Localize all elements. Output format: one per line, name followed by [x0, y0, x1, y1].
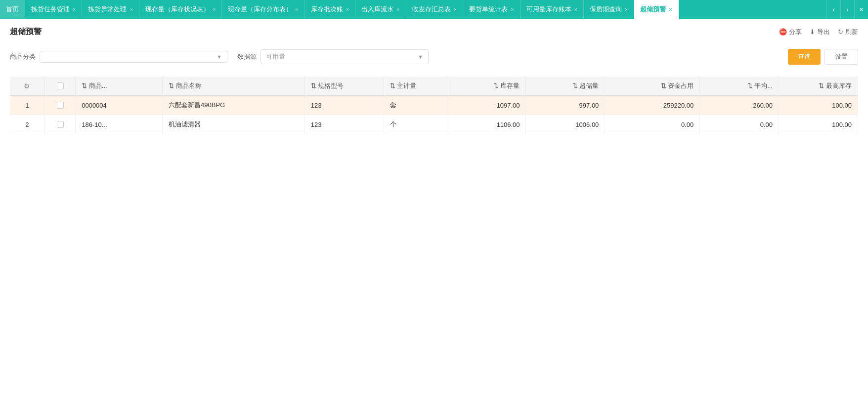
cell-checkbox	[44, 115, 75, 134]
filter-row: 商品分类 ▼ 数据源 可用量 ▼ 查询 设置	[10, 45, 858, 69]
nav-close-recv-summary[interactable]: ×	[454, 6, 457, 12]
nav-next-arrow[interactable]: ›	[840, 0, 854, 19]
nav-inout-flow[interactable]: 出入库流水 ×	[355, 0, 406, 19]
row-checkbox[interactable]	[57, 102, 64, 109]
datasource-label: 数据源	[237, 52, 257, 61]
th-code[interactable]: ⇅ 商品...	[76, 77, 163, 96]
settings-button[interactable]: 设置	[825, 49, 858, 65]
category-label: 商品分类	[10, 52, 36, 61]
row-checkbox[interactable]	[57, 121, 64, 128]
nav-avail-account[interactable]: 可用量库存账本 ×	[521, 0, 584, 19]
table-row: 1 0000004 六配套新昌490BPG 123 套 1097.00 997.…	[10, 96, 858, 115]
refresh-button[interactable]: ↻ 刷新	[838, 28, 858, 37]
cell-capital: 0.00	[605, 115, 700, 134]
nav-close-stock-status[interactable]: ×	[213, 6, 216, 12]
nav-batch-account[interactable]: 库存批次账 ×	[305, 0, 355, 19]
cell-name: 六配套新昌490BPG	[163, 96, 305, 115]
header-checkbox[interactable]	[57, 82, 64, 89]
cell-seq: 1	[10, 96, 44, 115]
cell-unit: 个	[384, 115, 447, 134]
nav-close-req-stat[interactable]: ×	[511, 6, 514, 12]
category-select-arrow: ▼	[217, 54, 222, 60]
th-maxstock[interactable]: ⇅ 最高库存	[779, 77, 858, 96]
nav-stock-status[interactable]: 现存量（库存状况表） ×	[139, 0, 222, 19]
cell-capital: 259220.00	[605, 96, 700, 115]
nav-close-stock-dist[interactable]: ×	[295, 6, 298, 12]
filter-actions: 查询 设置	[788, 49, 858, 65]
cell-maxstock: 100.00	[779, 96, 858, 115]
category-filter: 商品分类 ▼	[10, 51, 227, 63]
share-button[interactable]: ⛔ 分享	[779, 28, 802, 37]
nav-close-avail-account[interactable]: ×	[574, 6, 577, 12]
cell-checkbox	[44, 96, 75, 115]
export-icon: ⬇	[810, 28, 815, 36]
cell-maxstock: 100.00	[779, 115, 858, 134]
datasource-select[interactable]: 可用量 ▼	[260, 49, 429, 64]
share-icon: ⛔	[779, 28, 787, 36]
nav-close-pick-exception[interactable]: ×	[130, 6, 132, 12]
nav-recv-summary[interactable]: 收发存汇总表 ×	[406, 0, 463, 19]
nav-close-pick-task[interactable]: ×	[73, 6, 76, 12]
nav-shelf-life[interactable]: 保质期查询 ×	[584, 0, 634, 19]
page-title-bar: 超储预警 ⛔ 分享 ⬇ 导出 ↻ 刷新	[10, 27, 858, 37]
nav-arrows: ‹ › ×	[826, 0, 868, 19]
datasource-filter: 数据源 可用量 ▼	[237, 49, 429, 64]
nav-overstock-warning[interactable]: 超储预警 ×	[634, 0, 678, 19]
th-capital[interactable]: ⇅ 资金占用	[605, 77, 700, 96]
export-button[interactable]: ⬇ 导出	[810, 28, 830, 37]
th-over[interactable]: ⇅ 超储量	[526, 77, 605, 96]
cell-code: 0000004	[76, 96, 163, 115]
th-name[interactable]: ⇅ 商品名称	[163, 77, 305, 96]
cell-spec: 123	[304, 115, 384, 134]
nav-stock-dist[interactable]: 现存量（库存分布表） ×	[222, 0, 304, 19]
table-row: 2 186-10... 机油滤清器 123 个 1106.00 1006.00 …	[10, 115, 858, 134]
datasource-select-arrow: ▼	[418, 54, 423, 60]
top-nav: 首页 拣货任务管理 × 拣货异常处理 × 现存量（库存状况表） × 现存量（库存…	[0, 0, 868, 19]
th-unit[interactable]: ⇅ 主计量	[384, 77, 447, 96]
cell-stock: 1106.00	[447, 115, 526, 134]
column-settings-icon[interactable]: ⚙	[24, 82, 30, 90]
th-settings: ⚙	[10, 77, 44, 96]
query-button[interactable]: 查询	[788, 49, 821, 65]
table-header-row: ⚙ ⇅ 商品... ⇅ 商品名称 ⇅ 规格型号 ⇅ 主计量	[10, 77, 858, 96]
cell-over: 1006.00	[526, 115, 605, 134]
th-spec[interactable]: ⇅ 规格型号	[304, 77, 384, 96]
cell-over: 997.00	[526, 96, 605, 115]
cell-avg: 0.00	[700, 115, 779, 134]
cell-seq: 2	[10, 115, 44, 134]
nav-pick-task[interactable]: 拣货任务管理 ×	[25, 0, 82, 19]
main-content: 超储预警 ⛔ 分享 ⬇ 导出 ↻ 刷新 商品分类 ▼ 数据源	[0, 19, 868, 395]
nav-close-shelf-life[interactable]: ×	[625, 6, 628, 12]
datasource-value: 可用量	[266, 52, 285, 61]
nav-close-overstock-warning[interactable]: ×	[669, 6, 672, 12]
page-title: 超储预警	[10, 27, 42, 37]
nav-close-inout-flow[interactable]: ×	[396, 6, 399, 12]
nav-pick-exception[interactable]: 拣货异常处理 ×	[82, 0, 139, 19]
refresh-icon: ↻	[838, 28, 843, 36]
nav-prev-arrow[interactable]: ‹	[826, 0, 840, 19]
nav-close-batch-account[interactable]: ×	[346, 6, 349, 12]
nav-req-stat[interactable]: 要货单统计表 ×	[463, 0, 520, 19]
cell-stock: 1097.00	[447, 96, 526, 115]
th-stock[interactable]: ⇅ 库存量	[447, 77, 526, 96]
cell-spec: 123	[304, 96, 384, 115]
data-table: ⚙ ⇅ 商品... ⇅ 商品名称 ⇅ 规格型号 ⇅ 主计量	[10, 77, 858, 134]
nav-home[interactable]: 首页	[0, 0, 25, 19]
cell-avg: 260.00	[700, 96, 779, 115]
category-select[interactable]: ▼	[40, 51, 227, 63]
cell-unit: 套	[384, 96, 447, 115]
title-actions: ⛔ 分享 ⬇ 导出 ↻ 刷新	[779, 28, 858, 37]
cell-code: 186-10...	[76, 115, 163, 134]
nav-more-arrow[interactable]: ×	[854, 0, 868, 19]
th-avg[interactable]: ⇅ 平均...	[700, 77, 779, 96]
cell-name: 机油滤清器	[163, 115, 305, 134]
th-checkbox	[44, 77, 75, 96]
